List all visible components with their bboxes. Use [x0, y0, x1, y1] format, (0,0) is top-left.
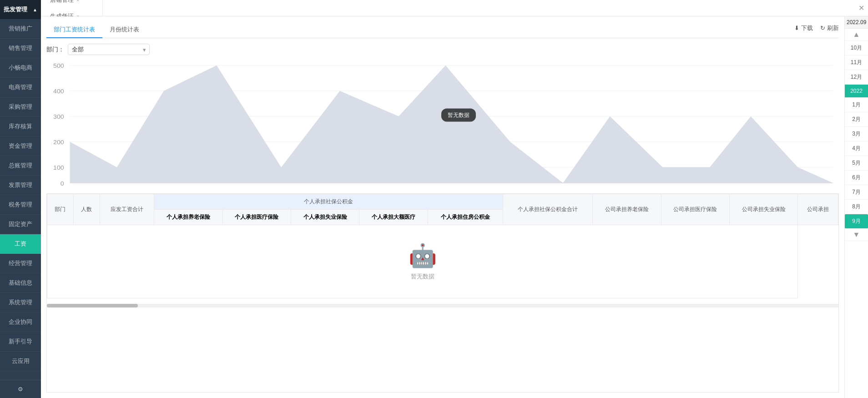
sidebar-header[interactable]: 批发管理 ▲ — [0, 0, 41, 19]
cal-month-5[interactable]: 5月 — [845, 156, 868, 171]
content-area: 部门工资统计表 月份统计表 ⬇ 下载 ↻ 刷新 部门： — [41, 16, 868, 398]
tab-3[interactable]: 店铺管理× — [45, 0, 103, 8]
col-personal-group: 个人承担社保公积金 — [154, 194, 503, 210]
col-company-medical: 公司承担医疗保险 — [661, 194, 729, 225]
col-personal-medical: 个人承担医疗保险 — [222, 210, 291, 225]
sidebar-arrow-icon: ▲ — [33, 7, 37, 12]
col-personal-total: 个人承担社保公积金合计 — [503, 194, 593, 225]
filter-toolbar: 部门： 全部 — [46, 44, 839, 55]
sidebar-item-0[interactable]: 营销推广 — [0, 19, 41, 39]
sidebar-items: 营销推广销售管理小畅电商电商管理采购管理库存核算资金管理总账管理发票管理税务管理… — [0, 19, 41, 371]
svg-text:100: 100 — [53, 165, 64, 171]
table-wrapper[interactable]: 部门 人数 应发工资合计 个人承担社保公积金 个人承担社保公积金合计 公司承担养… — [46, 193, 839, 393]
col-personal-unemployment: 个人承担失业保险 — [291, 210, 359, 225]
download-icon: ⬇ — [794, 25, 799, 31]
cal-month-12[interactable]: 12月 — [845, 70, 868, 85]
sidebar-title: 批发管理 — [4, 5, 27, 14]
chart-no-data-tooltip: 暂无数据 — [441, 109, 476, 122]
cal-month-2[interactable]: 2月 — [845, 112, 868, 127]
sub-tab-month[interactable]: 月份统计表 — [102, 22, 146, 38]
sidebar-settings[interactable]: ⚙ — [0, 380, 41, 398]
tab-bar: 首页门店商品目录×销售单×店铺管理×生成凭证×应收应付调整单×工资表×工资统计报… — [41, 0, 868, 16]
sidebar-item-12[interactable]: 经营管理 — [0, 254, 41, 273]
sidebar-item-5[interactable]: 库存核算 — [0, 117, 41, 136]
sidebar: 批发管理 ▲ 营销推广销售管理小畅电商电商管理采购管理库存核算资金管理总账管理发… — [0, 0, 41, 398]
cal-month-3[interactable]: 3月 — [845, 127, 868, 141]
dept-filter-label: 部门： — [46, 45, 64, 54]
wage-chart: 500 400 300 200 100 0 — [46, 60, 839, 188]
col-company-unemployment: 公司承担失业保险 — [729, 194, 797, 225]
col-company-pension: 公司承担养老保险 — [593, 194, 661, 225]
refresh-icon: ↻ — [820, 25, 825, 31]
cal-month-10[interactable]: 10月 — [845, 41, 868, 55]
dept-select[interactable]: 全部 — [68, 44, 150, 55]
tab-label-3: 店铺管理 — [50, 0, 74, 4]
calendar-year-label[interactable]: 2022.09 — [845, 16, 868, 29]
main-area: 首页门店商品目录×销售单×店铺管理×生成凭证×应收应付调整单×工资表×工资统计报… — [41, 0, 868, 398]
calendar-panel: 2022.09 ▲ 10月 11月 12月 2022 1月 2月 3月 4月 5… — [844, 16, 868, 398]
sidebar-item-14[interactable]: 系统管理 — [0, 293, 41, 312]
sidebar-item-8[interactable]: 发票管理 — [0, 176, 41, 195]
svg-text:500: 500 — [53, 63, 64, 69]
table-empty-text: 暂无数据 — [411, 272, 434, 281]
close-all-tabs-button[interactable]: ✕ — [858, 4, 864, 12]
sidebar-item-4[interactable]: 采购管理 — [0, 97, 41, 117]
cal-month-11[interactable]: 11月 — [845, 55, 868, 70]
sidebar-item-2[interactable]: 小畅电商 — [0, 58, 41, 78]
sidebar-item-10[interactable]: 固定资产 — [0, 215, 41, 234]
calendar-nav-up[interactable]: ▲ — [845, 29, 868, 41]
svg-text:400: 400 — [53, 88, 64, 95]
close-all-icon: ✕ — [858, 4, 864, 12]
sidebar-item-15[interactable]: 企业协同 — [0, 312, 41, 332]
cal-month-7[interactable]: 7月 — [845, 185, 868, 200]
empty-robot-icon: 🤖 — [409, 242, 437, 269]
scroll-thumb[interactable] — [47, 304, 138, 307]
svg-text:300: 300 — [53, 114, 64, 120]
sidebar-item-9[interactable]: 税务管理 — [0, 195, 41, 215]
svg-marker-12 — [70, 65, 833, 183]
col-personal-major-medical: 个人承担大额医疗 — [359, 210, 428, 225]
dept-select-wrapper: 全部 — [68, 44, 150, 55]
chart-area: 500 400 300 200 100 0 暂无数据 — [46, 60, 839, 188]
table-empty-cell: 🤖 暂无数据 — [47, 225, 798, 298]
cal-month-1[interactable]: 1月 — [845, 98, 868, 112]
sidebar-item-1[interactable]: 销售管理 — [0, 39, 41, 58]
col-personal-housing: 个人承担住房公积金 — [428, 210, 503, 225]
cal-month-8[interactable]: 8月 — [845, 200, 868, 214]
sidebar-item-7[interactable]: 总账管理 — [0, 156, 41, 176]
main-panel: 部门工资统计表 月份统计表 ⬇ 下载 ↻ 刷新 部门： — [41, 16, 844, 398]
col-dept: 部门 — [47, 194, 74, 225]
cal-month-4[interactable]: 4月 — [845, 141, 868, 156]
download-button[interactable]: ⬇ 下载 — [794, 24, 813, 32]
sub-tab-bar: 部门工资统计表 月份统计表 ⬇ 下载 ↻ 刷新 — [46, 22, 839, 38]
tab-close-3[interactable]: × — [76, 0, 79, 3]
svg-text:0: 0 — [61, 181, 64, 187]
sidebar-item-11[interactable]: 工资 — [0, 234, 41, 254]
svg-text:200: 200 — [53, 139, 64, 146]
calendar-nav-down[interactable]: ▼ — [845, 229, 868, 241]
sidebar-item-17[interactable]: 云应用 — [0, 352, 41, 371]
cal-month-9[interactable]: 9月 — [845, 214, 868, 229]
sidebar-item-13[interactable]: 基础信息 — [0, 273, 41, 293]
sub-tab-dept[interactable]: 部门工资统计表 — [46, 22, 102, 38]
col-personal-pension: 个人承担养老保险 — [154, 210, 222, 225]
empty-state: 🤖 暂无数据 — [52, 229, 793, 294]
refresh-button[interactable]: ↻ 刷新 — [820, 24, 839, 32]
sidebar-item-6[interactable]: 资金管理 — [0, 136, 41, 156]
dept-filter: 部门： 全部 — [46, 44, 150, 55]
col-count: 人数 — [73, 194, 100, 225]
cal-month-6[interactable]: 6月 — [845, 171, 868, 185]
wage-table: 部门 人数 应发工资合计 个人承担社保公积金 个人承担社保公积金合计 公司承担养… — [47, 194, 838, 298]
sidebar-item-16[interactable]: 新手引导 — [0, 332, 41, 352]
cal-year-2022[interactable]: 2022 — [845, 85, 868, 98]
sidebar-item-3[interactable]: 电商管理 — [0, 78, 41, 97]
horizontal-scrollbar[interactable] — [47, 304, 838, 307]
col-company-other: 公司承担 — [798, 194, 838, 225]
col-total-wage: 应发工资合计 — [100, 194, 154, 225]
